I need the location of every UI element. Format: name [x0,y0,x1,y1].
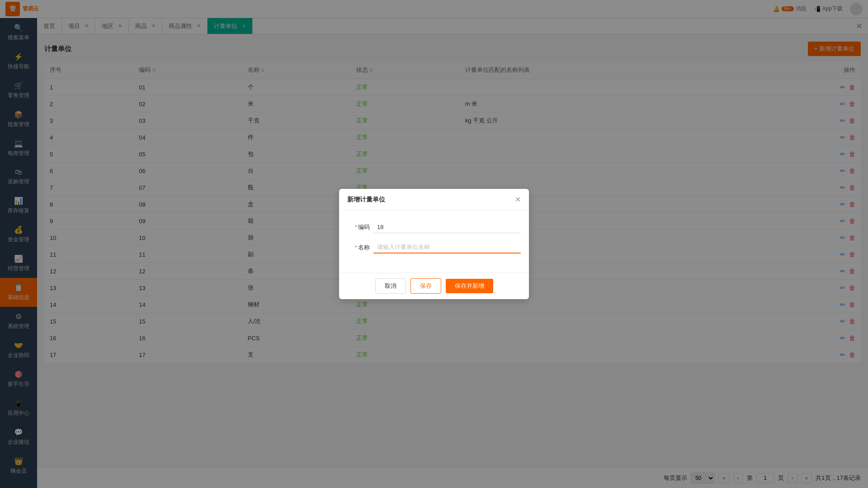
cancel-button[interactable]: 取消 [375,278,406,294]
modal-footer: 取消 保存 保存并新增 [339,272,529,299]
modal-overlay: 新增计量单位 ✕ *编码 *名称 取消 保存 保存并新增 [0,0,868,488]
form-row-name: *名称 [347,241,521,253]
required-star-name: * [355,244,357,251]
code-label: *编码 [347,223,370,231]
add-unit-modal: 新增计量单位 ✕ *编码 *名称 取消 保存 保存并新增 [339,189,529,299]
modal-header: 新增计量单位 ✕ [339,189,529,211]
form-row-code: *编码 [347,221,521,233]
name-input[interactable] [373,241,521,253]
required-star-code: * [355,224,357,230]
save-button[interactable]: 保存 [410,278,441,294]
name-label: *名称 [347,244,370,252]
modal-body: *编码 *名称 [339,211,529,272]
code-input[interactable] [373,221,521,233]
save-new-button[interactable]: 保存并新增 [446,279,493,293]
modal-title: 新增计量单位 [347,196,385,204]
modal-close-button[interactable]: ✕ [515,195,521,204]
